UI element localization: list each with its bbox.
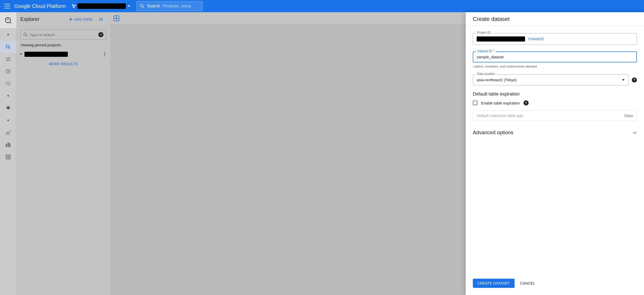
rail-home-icon[interactable] bbox=[0, 12, 16, 29]
rail-item-analytics[interactable] bbox=[0, 126, 16, 139]
explorer-search[interactable]: ? bbox=[20, 30, 106, 40]
menu-icon[interactable] bbox=[2, 1, 12, 11]
left-icon-rail bbox=[0, 12, 16, 295]
global-search[interactable]: Search Products, resou bbox=[137, 1, 203, 11]
plus-icon bbox=[115, 17, 118, 20]
search-label: Search bbox=[147, 4, 160, 8]
dataset-id-helper: Letters, numbers, and underscores allowe… bbox=[473, 64, 636, 68]
data-location-select[interactable]: Data location asia-northeast1 (Tokyo) bbox=[473, 74, 629, 85]
collapse-panel-button[interactable] bbox=[96, 14, 106, 24]
project-tree-row[interactable] bbox=[16, 50, 110, 59]
new-tab-button[interactable] bbox=[114, 16, 119, 21]
dataset-id-input[interactable] bbox=[477, 55, 633, 59]
svg-rect-5 bbox=[7, 19, 8, 20]
data-location-value: asia-northeast1 (Tokyo) bbox=[477, 78, 622, 82]
rail-item-dot3[interactable] bbox=[0, 114, 16, 126]
project-name-redacted bbox=[24, 52, 68, 57]
search-icon bbox=[140, 4, 144, 8]
svg-point-1 bbox=[74, 5, 76, 6]
help-icon[interactable]: ? bbox=[632, 77, 637, 83]
more-results-button[interactable]: MORE RESULTS bbox=[16, 59, 110, 69]
project-id-value-redacted bbox=[477, 36, 525, 42]
rail-item-bi[interactable] bbox=[0, 139, 16, 151]
chevron-down-icon bbox=[127, 5, 130, 8]
svg-point-0 bbox=[72, 4, 74, 6]
svg-rect-10 bbox=[9, 143, 10, 147]
brand-text: Google Cloud Platform bbox=[14, 3, 66, 9]
explorer-title: Explorer bbox=[20, 16, 39, 22]
data-location-label: Data location bbox=[476, 72, 497, 76]
rail-item-settings[interactable] bbox=[0, 102, 16, 114]
chevron-down-icon bbox=[633, 131, 637, 135]
kebab-icon bbox=[104, 52, 105, 56]
svg-rect-9 bbox=[8, 142, 9, 147]
search-hint: Products, resou bbox=[163, 4, 191, 8]
rail-item-dot2[interactable] bbox=[0, 90, 16, 102]
svg-rect-8 bbox=[6, 144, 7, 147]
plus-icon bbox=[69, 17, 73, 21]
svg-point-3 bbox=[141, 4, 143, 7]
expiration-section-title: Default table expiration bbox=[473, 91, 637, 97]
explorer-panel: Explorer ADD DATA ? Viewing pinned proje… bbox=[16, 12, 111, 295]
enable-expiration-label: Enable table expiration bbox=[481, 101, 520, 105]
svg-point-14 bbox=[104, 54, 105, 55]
project-icon bbox=[72, 4, 76, 8]
search-icon bbox=[23, 32, 28, 37]
table-age-field: Default maximum table age Days bbox=[473, 110, 637, 121]
rail-item-table[interactable] bbox=[0, 151, 16, 163]
chevron-down-icon bbox=[622, 78, 625, 82]
rail-item-starred[interactable] bbox=[0, 77, 16, 90]
rail-item-dot1[interactable] bbox=[0, 29, 16, 41]
create-dataset-button[interactable]: CREATE DATASET bbox=[473, 279, 515, 288]
help-icon[interactable]: ? bbox=[98, 32, 103, 37]
dataset-id-label: Dataset ID * bbox=[476, 49, 495, 53]
svg-point-2 bbox=[73, 6, 74, 8]
svg-point-13 bbox=[104, 52, 105, 53]
explorer-search-input[interactable] bbox=[28, 33, 98, 37]
viewing-pinned-text: Viewing pinned projects. bbox=[16, 42, 110, 50]
rail-item-history[interactable] bbox=[0, 65, 16, 77]
advanced-options-title: Advanced options bbox=[473, 130, 513, 136]
advanced-options-toggle[interactable]: Advanced options bbox=[473, 128, 637, 143]
svg-point-6 bbox=[6, 45, 9, 48]
collapse-left-icon bbox=[99, 17, 104, 22]
table-age-unit: Days bbox=[624, 113, 633, 118]
table-age-placeholder: Default maximum table age bbox=[477, 113, 523, 118]
project-actions-menu[interactable] bbox=[102, 51, 107, 57]
create-dataset-drawer: Create dataset Project ID CHANGE Dataset… bbox=[466, 12, 644, 295]
project-selector[interactable] bbox=[72, 3, 130, 9]
project-id-field: Project ID CHANGE bbox=[473, 33, 637, 45]
drawer-title: Create dataset bbox=[466, 12, 644, 26]
chevron-down-icon bbox=[19, 53, 22, 56]
app-header: Google Cloud Platform Search Products, r… bbox=[0, 0, 644, 12]
change-project-button[interactable]: CHANGE bbox=[528, 37, 544, 41]
cancel-button[interactable]: CANCEL bbox=[519, 279, 536, 288]
project-name-redacted bbox=[77, 3, 126, 9]
enable-expiration-checkbox[interactable] bbox=[473, 101, 477, 105]
help-icon[interactable]: ? bbox=[524, 100, 529, 105]
svg-point-12 bbox=[24, 33, 26, 36]
dataset-id-field[interactable]: Dataset ID * bbox=[473, 51, 637, 62]
rail-item-search[interactable] bbox=[0, 41, 16, 53]
rail-item-transfers[interactable] bbox=[0, 53, 16, 65]
add-data-button[interactable]: ADD DATA bbox=[69, 17, 92, 21]
project-id-label: Project ID bbox=[476, 31, 492, 34]
svg-point-15 bbox=[104, 55, 105, 56]
